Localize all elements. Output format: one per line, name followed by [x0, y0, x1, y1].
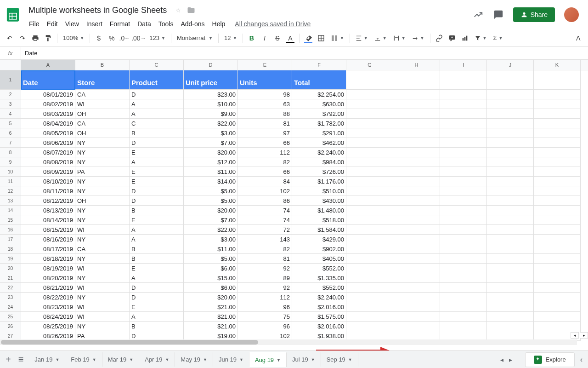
increase-decimal-button[interactable]: .00→ — [131, 32, 146, 44]
cell-8-J[interactable] — [487, 148, 534, 157]
filter-button[interactable]: ▼ — [472, 32, 490, 44]
cell-11-B[interactable]: NY — [75, 177, 130, 186]
menu-view[interactable]: View — [62, 18, 82, 29]
cell-1-F[interactable]: Total — [292, 70, 346, 90]
cell-16-D[interactable]: $22.00 — [184, 225, 238, 235]
cell-2-K[interactable] — [534, 90, 581, 99]
cell-14-J[interactable] — [487, 206, 534, 215]
cell-11-D[interactable]: $14.00 — [184, 177, 238, 186]
cell-16-A[interactable]: 08/15/2019 — [21, 225, 75, 235]
cell-11-J[interactable] — [487, 177, 534, 186]
cell-1-G[interactable] — [346, 70, 393, 90]
cell-23-F[interactable]: $2,240.00 — [292, 293, 346, 302]
cell-10-A[interactable]: 08/09/2019 — [21, 167, 75, 177]
col-header-B[interactable]: B — [75, 60, 130, 70]
sheet-tab-sep-19[interactable]: Sep 19▼ — [321, 352, 358, 367]
cell-17-F[interactable]: $429.00 — [292, 235, 346, 244]
row-header-21[interactable]: 21 — [0, 273, 21, 283]
cell-24-D[interactable]: $21.00 — [184, 302, 238, 312]
cell-26-J[interactable] — [487, 322, 534, 331]
cell-24-C[interactable]: E — [130, 302, 184, 312]
number-format-select[interactable]: 123▼ — [147, 32, 168, 44]
cell-4-B[interactable]: OH — [75, 109, 130, 119]
cell-13-H[interactable] — [393, 196, 440, 206]
cell-19-H[interactable] — [393, 254, 440, 264]
cell-17-E[interactable]: 143 — [238, 235, 292, 244]
cell-8-B[interactable]: NY — [75, 148, 130, 157]
cell-24-G[interactable] — [346, 302, 393, 312]
cell-20-B[interactable]: WI — [75, 264, 130, 273]
row-header-16[interactable]: 16 — [0, 225, 21, 235]
cell-4-K[interactable] — [534, 109, 581, 119]
row-header-17[interactable]: 17 — [0, 235, 21, 244]
cell-21-B[interactable]: NY — [75, 273, 130, 283]
row-header-20[interactable]: 20 — [0, 264, 21, 273]
cell-1-K[interactable] — [534, 70, 581, 90]
tab-nav-next[interactable]: ▸ — [509, 356, 512, 363]
cell-23-A[interactable]: 08/22/2019 — [21, 293, 75, 302]
cell-21-C[interactable]: A — [130, 273, 184, 283]
cell-15-B[interactable]: NY — [75, 215, 130, 225]
cell-9-J[interactable] — [487, 157, 534, 167]
cell-18-H[interactable] — [393, 244, 440, 254]
cell-26-H[interactable] — [393, 322, 440, 331]
cell-5-G[interactable] — [346, 119, 393, 128]
cell-3-B[interactable]: WI — [75, 99, 130, 109]
cell-4-E[interactable]: 88 — [238, 109, 292, 119]
tab-menu-icon[interactable]: ▼ — [55, 357, 59, 362]
cell-9-H[interactable] — [393, 157, 440, 167]
cell-9-B[interactable]: NY — [75, 157, 130, 167]
cell-10-C[interactable]: E — [130, 167, 184, 177]
cell-17-D[interactable]: $3.00 — [184, 235, 238, 244]
cell-13-I[interactable] — [440, 196, 487, 206]
cell-19-E[interactable]: 81 — [238, 254, 292, 264]
cell-16-G[interactable] — [346, 225, 393, 235]
cell-5-C[interactable]: C — [130, 119, 184, 128]
cell-22-A[interactable]: 08/21/2019 — [21, 283, 75, 293]
row-header-18[interactable]: 18 — [0, 244, 21, 254]
cell-21-F[interactable]: $1,335.00 — [292, 273, 346, 283]
select-all-corner[interactable] — [0, 60, 21, 70]
cell-26-K[interactable] — [534, 322, 581, 331]
cell-25-A[interactable]: 08/24/2019 — [21, 312, 75, 322]
menu-data[interactable]: Data — [134, 18, 154, 29]
cell-25-I[interactable] — [440, 312, 487, 322]
row-header-23[interactable]: 23 — [0, 293, 21, 302]
cell-19-A[interactable]: 08/18/2019 — [21, 254, 75, 264]
row-header-8[interactable]: 8 — [0, 148, 21, 157]
tab-nav-prev[interactable]: ◂ — [500, 356, 503, 363]
cell-11-H[interactable] — [393, 177, 440, 186]
merge-cells-button[interactable]: ▼ — [328, 32, 347, 44]
cell-12-G[interactable] — [346, 186, 393, 196]
cell-8-F[interactable]: $2,240.00 — [292, 148, 346, 157]
cell-4-C[interactable]: A — [130, 109, 184, 119]
insert-comment-button[interactable]: + — [446, 32, 458, 44]
horizontal-scrollbar[interactable] — [0, 339, 588, 345]
cell-2-A[interactable]: 08/01/2019 — [21, 90, 75, 99]
cell-7-F[interactable]: $462.00 — [292, 138, 346, 148]
sheet-tab-jul-19[interactable]: Jul 19▼ — [287, 352, 321, 367]
insert-chart-button[interactable] — [459, 32, 471, 44]
font-select[interactable]: Montserrat▼ — [174, 32, 215, 44]
cell-26-B[interactable]: NY — [75, 322, 130, 331]
cell-8-E[interactable]: 112 — [238, 148, 292, 157]
cell-21-I[interactable] — [440, 273, 487, 283]
cell-6-K[interactable] — [534, 128, 581, 138]
cell-21-G[interactable] — [346, 273, 393, 283]
cell-26-F[interactable]: $2,016.00 — [292, 322, 346, 331]
menu-tools[interactable]: Tools — [155, 18, 177, 29]
cell-12-H[interactable] — [393, 186, 440, 196]
add-sheet-button[interactable]: + — [6, 354, 11, 365]
fill-color-button[interactable] — [302, 32, 314, 44]
undo-button[interactable]: ↶ — [4, 32, 16, 44]
sheet-tab-apr-19[interactable]: Apr 19▼ — [139, 352, 175, 367]
cell-11-A[interactable]: 08/10/2019 — [21, 177, 75, 186]
cell-3-I[interactable] — [440, 99, 487, 109]
cell-13-K[interactable] — [534, 196, 581, 206]
cell-21-A[interactable]: 08/20/2019 — [21, 273, 75, 283]
menu-add-ons[interactable]: Add-ons — [177, 18, 208, 29]
cell-17-A[interactable]: 08/16/2019 — [21, 235, 75, 244]
cell-12-F[interactable]: $510.00 — [292, 186, 346, 196]
cell-3-J[interactable] — [487, 99, 534, 109]
cell-16-C[interactable]: A — [130, 225, 184, 235]
